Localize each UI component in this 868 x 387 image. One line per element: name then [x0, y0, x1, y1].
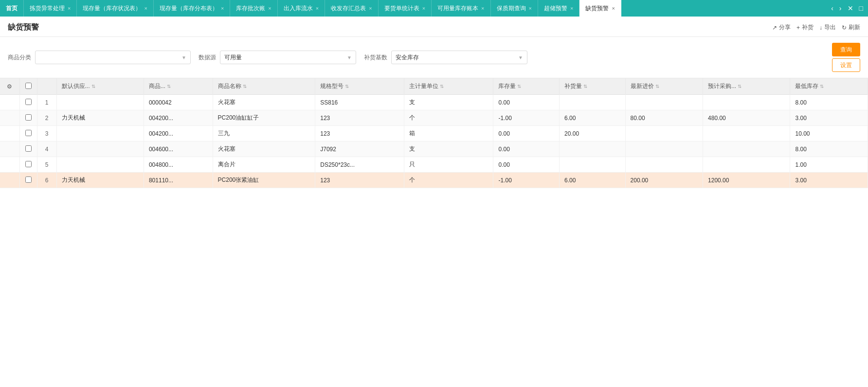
datasource-select[interactable]: 可用量 ▼	[220, 51, 356, 64]
row-supplier-3	[56, 126, 144, 141]
replenish-base-select[interactable]: 安全库存 ▼	[391, 51, 527, 64]
stock-header[interactable]: 库存量 ⇅	[493, 78, 560, 95]
row-spec-6: 123	[315, 173, 404, 188]
min-stock-sort-icon: ⇅	[820, 84, 824, 89]
table-row[interactable]: 1 0000042 火花塞 SS816 支 0.00 8.00	[0, 95, 868, 110]
row-stock-qty-5: 0.00	[493, 157, 560, 173]
row-checkbox-cell-2[interactable]	[19, 110, 37, 126]
tab-batch-account[interactable]: 库存批次账×	[230, 0, 277, 17]
row-replenish-qty-4	[560, 141, 626, 157]
spec-sort-icon: ⇅	[345, 84, 349, 89]
page-header: 缺货预警 ↗ 分享 + 补货 ↓ 导出 ↻ 刷新	[0, 17, 868, 37]
row-est-purchase-2: 480.00	[703, 110, 790, 126]
tab-inventory-dist[interactable]: 现存量（库存分布表）×	[154, 0, 230, 17]
query-button[interactable]: 查询	[832, 43, 860, 56]
row-checkbox-2[interactable]	[25, 114, 32, 121]
supplier-header[interactable]: 默认供应... ⇅	[56, 78, 144, 95]
row-product-code-3: 004200...	[144, 126, 213, 141]
select-all-checkbox[interactable]	[25, 83, 32, 89]
unit-sort-icon: ⇅	[440, 84, 444, 89]
row-spec-2: 123	[315, 110, 404, 126]
row-checkbox-6[interactable]	[25, 176, 32, 183]
table-row[interactable]: 4 004600... 火花塞 J7092 支 0.00 8.00	[0, 141, 868, 157]
row-unit-5: 只	[404, 157, 493, 173]
row-est-purchase-6: 1200.00	[703, 173, 790, 188]
row-spec-5: DS250*23c...	[315, 157, 404, 173]
row-stock-qty-6: -1.00	[493, 173, 560, 188]
export-button[interactable]: ↓ 导出	[819, 23, 836, 32]
row-latest-price-1	[625, 95, 703, 110]
tab-close-order-stats[interactable]: ×	[422, 5, 425, 11]
row-stock-qty-3: 0.00	[493, 126, 560, 141]
datasource-filter-group: 数据源 可用量 ▼	[199, 51, 356, 64]
tab-close-collect-total[interactable]: ×	[369, 5, 372, 11]
latest-price-header[interactable]: 最新进价 ⇅	[625, 78, 703, 95]
row-checkbox-cell-6[interactable]	[19, 173, 37, 188]
row-product-code-4: 004600...	[144, 141, 213, 157]
row-checkbox-3[interactable]	[25, 130, 32, 136]
tab-overstock-warning[interactable]: 超储预警×	[538, 0, 579, 17]
tab-exception[interactable]: 拣货异常处理×	[24, 0, 77, 17]
settings-button[interactable]: 设置	[832, 58, 860, 72]
tab-close-overstock-warning[interactable]: ×	[570, 5, 573, 11]
replenish-qty-header[interactable]: 补货量 ⇅	[560, 78, 626, 95]
category-select[interactable]: ▼	[35, 51, 191, 64]
tab-close-exception[interactable]: ×	[68, 5, 71, 11]
row-num-1: 1	[37, 95, 56, 110]
table-header: ⚙ 默认供应... ⇅ 商品...	[0, 78, 868, 95]
tab-inout-flow[interactable]: 出入库流水×	[278, 0, 325, 17]
share-button[interactable]: ↗ 分享	[772, 23, 791, 32]
tab-close-shortage-warning[interactable]: ×	[612, 5, 615, 11]
row-checkbox-cell-5[interactable]	[19, 157, 37, 173]
tab-close-inout-flow[interactable]: ×	[316, 5, 319, 11]
est-purchase-header[interactable]: 预计采购... ⇅	[703, 78, 790, 95]
tab-close-expiry-query[interactable]: ×	[529, 5, 532, 11]
tab-collect-total[interactable]: 收发存汇总表×	[325, 0, 378, 17]
row-checkbox-cell-3[interactable]	[19, 126, 37, 141]
tab-scroll-right[interactable]: ›	[836, 3, 845, 13]
row-checkbox-cell-1[interactable]	[19, 95, 37, 110]
tab-close-inventory-status[interactable]: ×	[144, 5, 147, 11]
select-all-header[interactable]	[19, 78, 37, 95]
table-row[interactable]: 2 力天机械 004200... PC200油缸缸子 123 个 -1.00 6…	[0, 110, 868, 126]
row-product-name-5: 离合片	[213, 157, 315, 173]
replenish-button[interactable]: + 补货	[796, 23, 814, 32]
tab-expiry-query[interactable]: 保质期查询×	[491, 0, 538, 17]
main-content: 缺货预警 ↗ 分享 + 补货 ↓ 导出 ↻ 刷新 商品分类	[0, 17, 868, 387]
tab-available-ledger[interactable]: 可用量库存账本×	[432, 0, 490, 17]
tab-order-stats[interactable]: 要货单统计表×	[379, 0, 432, 17]
row-stock-qty-4: 0.00	[493, 141, 560, 157]
gear-header[interactable]: ⚙	[0, 78, 19, 95]
table-row[interactable]: 6 力天机械 801110... PC200张紧油缸 123 个 -1.00 6…	[0, 173, 868, 188]
datasource-dropdown-icon: ▼	[347, 55, 352, 60]
min-stock-header[interactable]: 最低库存 ⇅	[790, 78, 868, 95]
row-unit-3: 箱	[404, 126, 493, 141]
replenish-base-label: 补货基数	[364, 53, 387, 62]
tab-scroll-left[interactable]: ‹	[828, 3, 836, 13]
tab-home[interactable]: 首页	[0, 0, 24, 17]
row-supplier-6: 力天机械	[56, 173, 144, 188]
row-checkbox-4[interactable]	[25, 145, 32, 152]
row-checkbox-1[interactable]	[25, 99, 32, 105]
spec-header[interactable]: 规格型号 ⇅	[315, 78, 404, 95]
tab-restore[interactable]: ✕	[845, 3, 856, 13]
row-latest-price-2: 80.00	[625, 110, 703, 126]
unit-header[interactable]: 主计量单位 ⇅	[404, 78, 493, 95]
table-row[interactable]: 3 004200... 三九 123 箱 0.00 20.00 10.00	[0, 126, 868, 141]
tab-maximize[interactable]: □	[856, 3, 866, 13]
tab-close-batch-account[interactable]: ×	[268, 5, 271, 11]
row-product-code-5: 004800...	[144, 157, 213, 173]
row-stock-qty-1: 0.00	[493, 95, 560, 110]
product-code-header[interactable]: 商品... ⇅	[144, 78, 213, 95]
tab-close-inventory-dist[interactable]: ×	[221, 5, 224, 11]
tab-inventory-status[interactable]: 现存量（库存状况表）×	[77, 0, 153, 17]
refresh-button[interactable]: ↻ 刷新	[842, 23, 860, 32]
tab-close-available-ledger[interactable]: ×	[481, 5, 484, 11]
row-checkbox-cell-4[interactable]	[19, 141, 37, 157]
row-est-purchase-1	[703, 95, 790, 110]
product-name-header[interactable]: 商品名称 ⇅	[213, 78, 315, 95]
tab-shortage-warning[interactable]: 缺货预警×	[579, 0, 621, 17]
row-checkbox-5[interactable]	[25, 161, 32, 167]
row-spec-4: J7092	[315, 141, 404, 157]
table-row[interactable]: 5 004800... 离合片 DS250*23c... 只 0.00 1.00	[0, 157, 868, 173]
